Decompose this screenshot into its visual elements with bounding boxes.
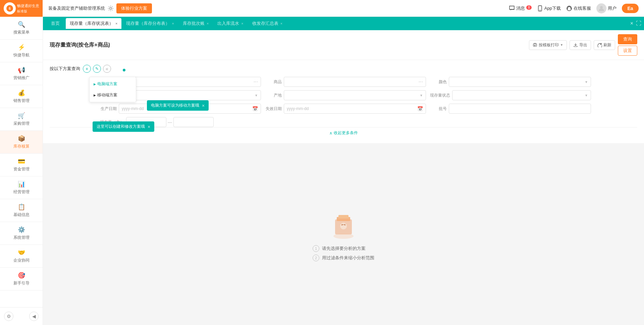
svg-point-16 [340,223,347,229]
sidebar-item-enterprise[interactable]: 🤝 企业协同 [0,245,43,268]
stock-status-select[interactable]: ▼ [452,90,591,100]
tooltip-pc-scheme: 电脑方案可设为移动方案哦 × [147,100,209,111]
sidebar-item-quick-nav[interactable]: ⚡ 快捷导航 [0,40,43,62]
scheme-item-mobile[interactable]: ▶ 移动端方案 [90,90,136,101]
tab-close-icon[interactable]: × [241,21,243,25]
tab-close-icon[interactable]: × [207,21,209,25]
tab-summary[interactable]: 收发存汇总表 × [248,18,286,29]
message-label: 消息 [516,5,525,11]
sidebar-item-inventory[interactable]: 📦 库存核算 [0,131,43,154]
stock-qty-to[interactable] [173,117,214,127]
search-btn[interactable]: 查询 [618,34,637,44]
edit-scheme-btn[interactable]: ✎ [93,65,101,73]
user-avatar [596,3,606,13]
chevron-down-icon: ▼ [585,80,588,84]
empty-step-1: 1 请先选择要分析的方案 [313,245,374,252]
online-support-btn[interactable]: 在线客服 [566,5,591,11]
origin-select[interactable]: ▼ [284,90,426,100]
trial-industry-btn[interactable]: 体验行业方案 [116,3,152,13]
calendar-icon[interactable]: 📅 [417,106,423,111]
color-select[interactable]: ▼ [449,77,591,87]
expiry-date-input[interactable]: yyyy-mm-dd 📅 [284,104,426,114]
batch-no-input[interactable] [449,104,591,114]
page-header: 现存量查询(按仓库+商品) 按模板打印 ▼ [43,30,644,60]
sidebar-footer: ⚙ ◀ [0,307,43,325]
page-title: 现存量查询(按仓库+商品) [50,42,110,49]
sidebar-item-marketing[interactable]: 📢 营销推广 [0,62,43,85]
gear-icon[interactable] [108,5,114,11]
message-btn[interactable]: 消息 8 [509,5,532,11]
export-btn[interactable]: 导出 [570,40,591,50]
dropdown-arrow: ▼ [560,43,563,47]
sidebar-item-label: 经营管理 [13,189,30,195]
tab-close-all-icon[interactable]: × [630,20,633,26]
empty-illustration [327,208,360,241]
tab-inventory-dist[interactable]: 现存量（库存分布表） × [122,18,178,29]
tab-flow[interactable]: 出入库流水 × [213,18,247,29]
sidebar-item-newbie[interactable]: 🎯 新手引导 [0,268,43,290]
filter-row-1: 仓库 ··· 商品 ··· 颜色 [100,77,637,87]
tab-close-icon[interactable]: × [280,21,282,25]
filter-area: 按以下方案查询 + ✎ « ▶ 电脑端方案 ▶ 移动端方案 [43,60,644,143]
calendar-icon[interactable]: 📅 [252,106,258,111]
sidebar-item-label: 新手引导 [13,280,30,286]
tab-batch-account[interactable]: 库存批次账 × [179,18,213,29]
svg-point-17 [341,224,343,225]
tooltip-text: 这里可以创建和修改方案哦 [97,124,145,129]
empty-state: 1 请先选择要分析的方案 2 用过滤条件来缩小分析范围 [43,144,644,325]
export-label: 导出 [579,42,587,48]
sidebar-item-label: 基础信息 [13,212,30,218]
header-left: 装备及固定资产辅助管理系统 体验行业方案 [48,3,152,13]
tab-expand-icon[interactable]: ⛶ [636,20,641,26]
settings-btn[interactable]: 设置 [618,46,637,56]
tooltip-text: 电脑方案可设为移动方案哦 [151,103,199,108]
svg-point-8 [600,6,603,9]
tab-close-icon[interactable]: × [115,21,117,25]
sidebar-item-search[interactable]: 🔍 搜索菜单 [0,17,43,40]
sidebar-item-management[interactable]: 📊 经营管理 [0,176,43,199]
filter-row-4: 现存量（主） — [100,117,637,127]
tab-label: 出入库流水 [217,20,239,26]
settings-footer-btn[interactable]: ⚙ [4,312,13,321]
sidebar-item-label: 搜索菜单 [13,30,30,35]
sidebar-item-purchase[interactable]: 🛒 采购管理 [0,108,43,131]
refresh-btn[interactable]: 刷新 [594,40,615,50]
print-icon [533,43,537,47]
step-1-text: 请先选择要分析的方案 [322,246,366,252]
user-area[interactable]: 用户 [596,3,616,13]
collapse-sidebar-btn[interactable]: ◀ [29,312,39,321]
tab-inventory-status[interactable]: 现存量（库存状况表） × [66,18,121,29]
prod-date-placeholder: yyyy-mm-dd [122,106,144,111]
system-icon: ⚙️ [18,226,25,233]
sidebar-item-label: 快捷导航 [13,52,30,58]
arrow-left-btn[interactable]: « [103,65,111,73]
warehouse-input[interactable]: ··· [119,77,261,87]
tab-label: 现存量（库存分布表） [126,20,170,26]
add-scheme-btn[interactable]: + [83,65,91,73]
sidebar-item-basic-info[interactable]: 📋 基础信息 [0,199,43,222]
headset-icon [566,5,572,11]
system-name: 装备及固定资产辅助管理系统 [48,5,105,11]
product-dots[interactable]: ··· [419,79,423,85]
scheme-item-pc[interactable]: ▶ 电脑端方案 [90,78,136,90]
template-print-btn[interactable]: 按模板打印 ▼ [529,40,567,50]
triangle-icon: ▶ [94,94,96,97]
sidebar: 6 畅捷通好生意 标准版 🔍 搜索菜单 ⚡ 快捷导航 📢 营销推广 💰 销售管理… [0,0,43,325]
template-print-label: 按模板打印 [539,42,559,48]
sidebar-item-label: 销售管理 [13,98,30,104]
sidebar-item-sales[interactable]: 💰 销售管理 [0,85,43,108]
sidebar-item-finance[interactable]: 💳 资金管理 [0,154,43,176]
warehouse-dots[interactable]: ··· [254,79,258,85]
tab-close-icon[interactable]: × [172,21,174,25]
size-select[interactable]: ▼ [119,90,261,100]
tooltip-close-btn[interactable]: × [148,124,150,129]
product-input[interactable]: ··· [284,77,426,87]
search-settings-btns: 查询 设置 [618,34,637,56]
message-icon [509,5,515,11]
tab-home[interactable]: 首页 [46,18,65,29]
sidebar-item-system[interactable]: ⚙️ 系统管理 [0,222,43,245]
sidebar-nav: 🔍 搜索菜单 ⚡ 快捷导航 📢 营销推广 💰 销售管理 🛒 采购管理 📦 库存核… [0,17,43,307]
guide-icon: 🎯 [18,272,25,279]
app-download-btn[interactable]: App下载 [537,5,561,11]
tooltip-close-btn[interactable]: × [202,103,205,108]
